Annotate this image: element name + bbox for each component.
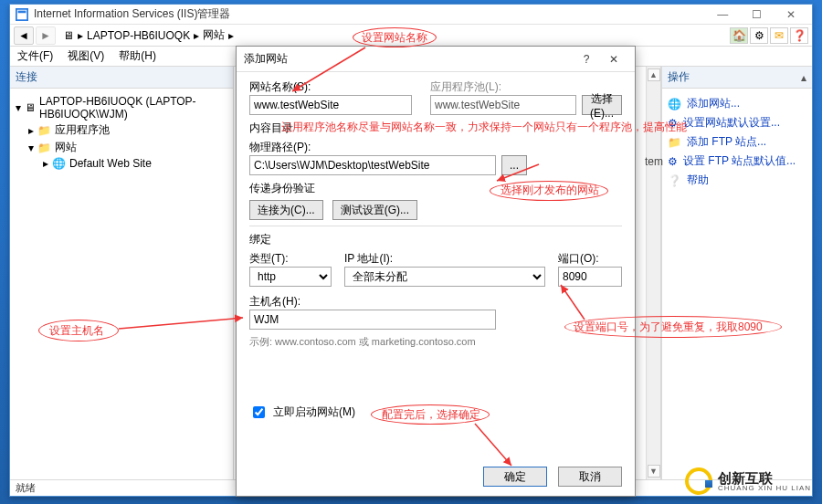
window-buttons: — ☐ ✕ <box>707 8 806 21</box>
ip-label: IP 地址(I): <box>344 251 545 267</box>
crumb-sites[interactable]: 网站 <box>203 27 225 43</box>
cancel-button[interactable]: 取消 <box>558 467 622 487</box>
tree-apppools[interactable]: ▸📁应用程序池 <box>14 121 229 139</box>
maximize-button[interactable]: ☐ <box>742 8 773 21</box>
physical-path-input[interactable] <box>249 155 496 175</box>
window-title: Internet Information Services (IIS)管理器 <box>34 6 707 22</box>
logo-text-cn: 创新互联 <box>718 471 811 485</box>
dialog-body: 网站名称(S): 应用程序池(L): 选择(E)... 内容目录 物理路径(P)… <box>237 72 635 421</box>
app-icon <box>16 8 28 21</box>
ip-select[interactable]: 全部未分配 <box>344 267 545 287</box>
logo-icon <box>685 467 712 495</box>
title-bar: Internet Information Services (IIS)管理器 —… <box>10 5 812 25</box>
start-immediately-label: 立即启动网站(M) <box>273 404 355 420</box>
menu-view[interactable]: 视图(V) <box>68 48 104 64</box>
scroll-up-icon[interactable]: ▲ <box>648 68 660 81</box>
actions-list: 🌐添加网站... ⚙设置网站默认设置... 📁添加 FTP 站点... ⚙设置 … <box>662 89 812 195</box>
dialog-footer: 确定 取消 <box>483 467 622 487</box>
browse-path-button[interactable]: ... <box>501 155 527 175</box>
nav-icon-4[interactable]: ❓ <box>790 27 808 44</box>
globe-icon: 🌐 <box>668 98 681 110</box>
start-immediately-checkbox[interactable] <box>253 406 265 418</box>
nav-icon-1[interactable]: 🏠 <box>730 27 748 44</box>
actions-header: 操作▴ <box>662 67 812 89</box>
action-help[interactable]: ❔帮助 <box>668 171 806 190</box>
tree-default-site[interactable]: ▸🌐Default Web Site <box>14 156 229 171</box>
connect-as-button[interactable]: 连接为(C)... <box>249 200 323 220</box>
ok-button[interactable]: 确定 <box>483 467 547 487</box>
select-apppool-button[interactable]: 选择(E)... <box>582 95 622 115</box>
folder-icon: 📁 <box>668 136 681 149</box>
connections-panel: 连接 ▾🖥LAPTOP-HB6IUOQK (LAPTOP-HB6IUOQK\WJ… <box>10 67 234 479</box>
menu-file[interactable]: 文件(F) <box>17 48 53 64</box>
collapse-icon[interactable]: ▴ <box>801 71 806 84</box>
help-icon: ❔ <box>668 174 681 187</box>
watermark-logo: 创新互联 CHUANG XIN HU LIAN <box>685 467 811 495</box>
type-select[interactable]: http <box>249 267 332 287</box>
action-add-site[interactable]: 🌐添加网站... <box>668 94 806 113</box>
connections-header: 连接 <box>10 67 233 89</box>
action-add-ftp[interactable]: 📁添加 FTP 站点... <box>668 132 806 152</box>
svg-rect-2 <box>18 10 26 13</box>
hostname-input[interactable] <box>249 310 496 330</box>
nav-icon-2[interactable]: ⚙ <box>750 27 768 44</box>
path-label: 物理路径(P): <box>249 140 622 155</box>
menu-help[interactable]: 帮助(H) <box>119 48 156 64</box>
scroll-down-icon[interactable]: ▼ <box>648 465 660 478</box>
home-icon: 🖥 <box>63 29 74 42</box>
gear-icon: ⚙ <box>668 117 678 130</box>
dialog-title: 添加网站 <box>244 51 573 67</box>
gear-icon: ⚙ <box>668 155 678 168</box>
test-settings-button[interactable]: 测试设置(G)... <box>332 200 417 220</box>
nav-icon-3[interactable]: ✉ <box>770 27 788 44</box>
dialog-help-button[interactable]: ? <box>573 53 600 66</box>
close-button[interactable]: ✕ <box>775 8 806 21</box>
binding-header: 绑定 <box>249 232 622 247</box>
port-input[interactable] <box>558 267 622 287</box>
crumb-machine[interactable]: LAPTOP-HB6IUOQK <box>87 29 190 42</box>
nav-forward-button[interactable]: ► <box>36 26 56 45</box>
breadcrumb[interactable]: 🖥 ▸ LAPTOP-HB6IUOQK ▸ 网站 ▸ <box>58 27 730 43</box>
type-label: 类型(T): <box>249 251 332 267</box>
center-scrollbar[interactable]: ▲ ▼ <box>646 67 660 479</box>
port-label: 端口(O): <box>558 251 622 267</box>
logo-text-en: CHUANG XIN HU LIAN <box>718 485 811 492</box>
add-website-dialog: 添加网站 ? ✕ 网站名称(S): 应用程序池(L): 选择(E)... 内容目… <box>236 46 636 497</box>
nav-right-icons: 🏠 ⚙ ✉ ❓ <box>730 27 808 44</box>
center-col-fragment: tem <box>645 155 663 168</box>
auth-header: 传递身份验证 <box>249 181 622 196</box>
hostname-example: 示例: www.contoso.com 或 marketing.contoso.… <box>249 335 622 349</box>
sitename-label: 网站名称(S): <box>249 79 412 95</box>
action-site-defaults[interactable]: ⚙设置网站默认设置... <box>668 113 806 132</box>
tree-sites[interactable]: ▾📁网站 <box>14 139 229 156</box>
minimize-button[interactable]: — <box>707 8 738 21</box>
host-label: 主机名(H): <box>249 294 622 310</box>
breadcrumb-bar: ◄ ► 🖥 ▸ LAPTOP-HB6IUOQK ▸ 网站 ▸ 🏠 ⚙ ✉ ❓ <box>10 25 812 47</box>
tree-root[interactable]: ▾🖥LAPTOP-HB6IUOQK (LAPTOP-HB6IUOQK\WJM) <box>14 94 229 121</box>
actions-panel: 操作▴ 🌐添加网站... ⚙设置网站默认设置... 📁添加 FTP 站点... … <box>661 67 812 479</box>
nav-back-button[interactable]: ◄ <box>14 26 34 45</box>
apppool-input <box>430 95 576 115</box>
dialog-close-button[interactable]: ✕ <box>600 53 627 66</box>
action-ftp-defaults[interactable]: ⚙设置 FTP 站点默认值... <box>668 152 806 171</box>
content-dir-header: 内容目录 <box>249 121 622 136</box>
dialog-titlebar: 添加网站 ? ✕ <box>237 47 635 72</box>
connections-tree[interactable]: ▾🖥LAPTOP-HB6IUOQK (LAPTOP-HB6IUOQK\WJM) … <box>10 89 233 176</box>
sitename-input[interactable] <box>249 95 412 115</box>
